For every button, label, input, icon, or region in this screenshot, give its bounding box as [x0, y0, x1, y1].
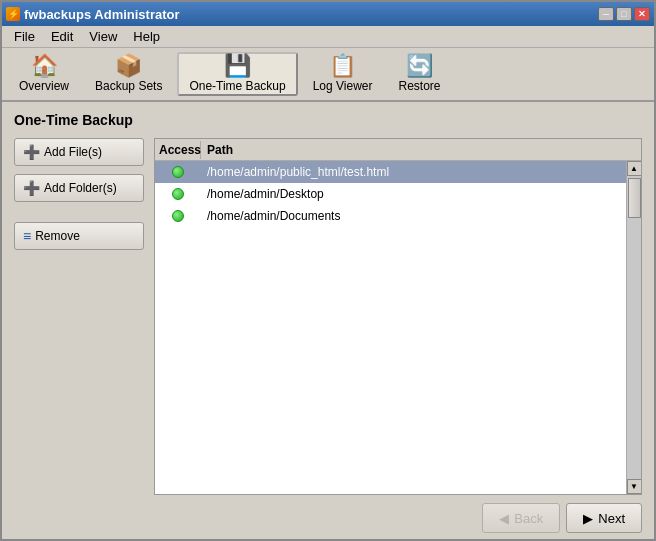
- one-time-backup-label: One-Time Backup: [189, 79, 285, 93]
- title-bar: ⚡ fwbackups Administrator ─ □ ✕: [2, 2, 654, 26]
- access-indicator: [172, 210, 184, 222]
- log-viewer-icon: 📋: [329, 55, 356, 77]
- header-access: Access: [155, 141, 201, 159]
- minimize-button[interactable]: ─: [598, 7, 614, 21]
- side-buttons: ➕ Add File(s) ➕ Add Folder(s) ≡ Remove: [14, 138, 144, 495]
- toolbar-restore[interactable]: 🔄 Restore: [387, 52, 451, 96]
- file-list-container: Access Path /home/admin/public_html/test…: [154, 138, 642, 495]
- row-path-0: /home/admin/public_html/test.html: [201, 163, 626, 181]
- table-row[interactable]: /home/admin/Documents: [155, 205, 626, 227]
- content-area: One-Time Backup ➕ Add File(s) ➕ Add Fold…: [2, 102, 654, 541]
- row-access-1: [155, 186, 201, 202]
- table-body[interactable]: /home/admin/public_html/test.html /home/…: [155, 161, 626, 494]
- remove-label: Remove: [35, 229, 80, 243]
- menu-bar: File Edit View Help: [2, 26, 654, 48]
- scroll-down-arrow[interactable]: ▼: [627, 479, 642, 494]
- toolbar-one-time-backup[interactable]: 💾 One-Time Backup: [177, 52, 297, 96]
- next-label: Next: [598, 511, 625, 526]
- access-indicator: [172, 188, 184, 200]
- row-access-0: [155, 164, 201, 180]
- menu-view[interactable]: View: [81, 27, 125, 46]
- back-label: Back: [514, 511, 543, 526]
- window-title: fwbackups Administrator: [24, 7, 180, 22]
- toolbar-log-viewer[interactable]: 📋 Log Viewer: [302, 52, 384, 96]
- back-arrow-icon: ◀: [499, 511, 509, 526]
- one-time-backup-icon: 💾: [224, 55, 251, 77]
- add-files-icon: ➕: [23, 144, 40, 160]
- remove-button[interactable]: ≡ Remove: [14, 222, 144, 250]
- next-button[interactable]: ▶ Next: [566, 503, 642, 533]
- restore-icon: 🔄: [406, 55, 433, 77]
- scroll-up-arrow[interactable]: ▲: [627, 161, 642, 176]
- toolbar-overview[interactable]: 🏠 Overview: [8, 52, 80, 96]
- scrollbar[interactable]: ▲ ▼: [626, 161, 641, 494]
- add-folders-button[interactable]: ➕ Add Folder(s): [14, 174, 144, 202]
- access-indicator: [172, 166, 184, 178]
- maximize-button[interactable]: □: [616, 7, 632, 21]
- bottom-bar: ◀ Back ▶ Next: [14, 495, 642, 533]
- header-path: Path: [201, 141, 626, 159]
- window-controls: ─ □ ✕: [598, 7, 650, 21]
- toolbar: 🏠 Overview 📦 Backup Sets 💾 One-Time Back…: [2, 48, 654, 102]
- row-path-2: /home/admin/Documents: [201, 207, 626, 225]
- title-bar-left: ⚡ fwbackups Administrator: [6, 7, 180, 22]
- table-row[interactable]: /home/admin/public_html/test.html: [155, 161, 626, 183]
- app-icon: ⚡: [6, 7, 20, 21]
- scroll-thumb[interactable]: [628, 178, 641, 218]
- remove-icon: ≡: [23, 228, 31, 244]
- page-title: One-Time Backup: [14, 112, 642, 128]
- scroll-track[interactable]: [627, 176, 642, 479]
- add-files-label: Add File(s): [44, 145, 102, 159]
- add-folders-label: Add Folder(s): [44, 181, 117, 195]
- row-path-1: /home/admin/Desktop: [201, 185, 626, 203]
- backup-sets-label: Backup Sets: [95, 79, 162, 93]
- add-files-button[interactable]: ➕ Add File(s): [14, 138, 144, 166]
- menu-help[interactable]: Help: [125, 27, 168, 46]
- toolbar-backup-sets[interactable]: 📦 Backup Sets: [84, 52, 173, 96]
- menu-file[interactable]: File: [6, 27, 43, 46]
- table-header: Access Path: [155, 139, 641, 161]
- main-area: ➕ Add File(s) ➕ Add Folder(s) ≡ Remove A…: [14, 138, 642, 495]
- add-folders-icon: ➕: [23, 180, 40, 196]
- row-access-2: [155, 208, 201, 224]
- table-row[interactable]: /home/admin/Desktop: [155, 183, 626, 205]
- overview-label: Overview: [19, 79, 69, 93]
- backup-sets-icon: 📦: [115, 55, 142, 77]
- restore-label: Restore: [398, 79, 440, 93]
- menu-edit[interactable]: Edit: [43, 27, 81, 46]
- back-button[interactable]: ◀ Back: [482, 503, 560, 533]
- next-arrow-icon: ▶: [583, 511, 593, 526]
- close-button[interactable]: ✕: [634, 7, 650, 21]
- log-viewer-label: Log Viewer: [313, 79, 373, 93]
- overview-icon: 🏠: [31, 55, 58, 77]
